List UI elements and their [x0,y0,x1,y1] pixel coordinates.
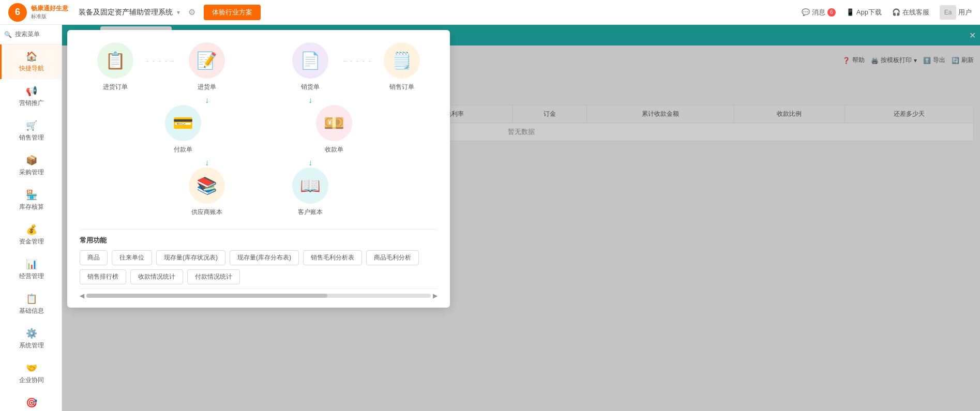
message-label: 消息 [812,8,825,17]
sidebar-item-label: 经营管理 [19,272,44,281]
sidebar-item-label: 销售管理 [19,133,44,142]
down-arrow-purchase: ↓ [176,96,238,105]
beginner-icon: 🎯 [26,397,37,408]
sales-bill-icon: 📄 [300,51,321,70]
receipt-circle[interactable]: 💴 [316,105,352,141]
dropdown-arrow-icon[interactable]: ▾ [177,9,180,16]
func-btn-sales-gross[interactable]: 销售毛利分析表 [303,250,362,265]
sales-order-circle[interactable]: 🗒️ [384,42,420,79]
func-btn-partners[interactable]: 往来单位 [112,250,152,265]
supplier-account-icon: 📚 [197,176,217,195]
headset-icon: 🎧 [892,8,900,16]
online-service-action[interactable]: 🎧 在线客服 [892,8,929,17]
sales-icon: 🛒 [26,120,37,131]
flow-diagram: 📋 进货订单 - - - -→ 📝 进货单 [80,42,438,229]
func-btn-goods-gross[interactable]: 商品毛利分析 [366,250,419,265]
sidebar-item-marketing[interactable]: 📢 营销推广 [0,79,62,114]
sidebar-item-basic-info[interactable]: 📋 基础信息 [0,287,62,322]
modal-box: 📋 进货订单 - - - -→ 📝 进货单 [67,30,450,308]
scrollbar-track[interactable] [86,294,431,298]
logo-icon: 6 [8,3,27,22]
user-action[interactable]: Ea 用户 [940,5,972,20]
func-buttons-row-1: 商品 往来单位 现存量(库存状况表) 现存量(库存分布表) 销售毛利分析表 商品… [80,250,438,265]
sales-bill-label: 销货单 [301,83,320,92]
basic-info-icon: 📋 [26,293,37,305]
down-arrow-payment: ↓ [176,158,238,168]
sidebar-item-inventory[interactable]: 🏪 库存核算 [0,183,62,218]
purchase-bill-icon: 📝 [197,51,217,70]
system-title: 装备及固定资产辅助管理系统 [79,8,173,17]
payment-circle[interactable]: 💳 [165,105,201,141]
arrow-row-2: ↓ ↓ [80,158,438,168]
sales-bill-circle[interactable]: 📄 [292,42,328,79]
flow-row-1: 📋 进货订单 - - - -→ 📝 进货单 [80,42,438,92]
message-icon: 💬 [802,8,810,16]
logo-text: 畅康通好生意 标准版 [31,5,68,20]
func-buttons-row-2: 销售排行榜 收款情况统计 付款情况统计 [80,269,438,284]
sidebar-item-operations[interactable]: 📊 经营管理 [0,252,62,287]
sales-order-icon: 🗒️ [391,51,412,70]
sidebar-item-label: 营销推广 [19,99,44,108]
flow-node-sales-bill[interactable]: 📄 销货单 [279,42,341,92]
flow-node-purchase-order[interactable]: 📋 进货订单 [84,42,146,92]
sidebar-item-enterprise[interactable]: 🤝 企业协同 [0,356,62,391]
search-label: 搜索菜单 [15,30,40,39]
flow-node-payment[interactable]: 💳 付款单 [162,105,204,154]
logo-line1: 畅康通好生意 [31,5,68,13]
sidebar-item-quick-nav[interactable]: 🏠 快捷导航 [0,44,62,79]
system-title-area: 装备及固定资产辅助管理系统 ▾ ⚙ [79,7,195,17]
common-funcs: 常用功能 商品 往来单位 现存量(库存状况表) 现存量(库存分布表) 销售毛利分… [80,229,438,284]
purchase-order-circle[interactable]: 📋 [97,42,133,79]
func-btn-stock-dist[interactable]: 现存量(库存分布表) [230,250,299,265]
func-btn-goods[interactable]: 商品 [80,250,108,265]
customer-account-icon: 📖 [300,176,321,195]
flow-node-customer-account[interactable]: 📖 客户账本 [279,168,341,217]
supplier-account-circle[interactable]: 📚 [189,168,225,204]
phone-icon: 📱 [846,8,854,16]
receipt-label: 收款单 [325,145,343,154]
sidebar-item-purchase[interactable]: 📦 采购管理 [0,148,62,183]
sidebar-item-finance[interactable]: 💰 资金管理 [0,218,62,252]
customer-account-label: 客户账本 [298,208,323,217]
message-badge: 6 [827,8,836,17]
modal-overlay: 📋 进货订单 - - - -→ 📝 进货单 [62,25,980,411]
sidebar-item-sales[interactable]: 🛒 销售管理 [0,114,62,148]
arrow-row: ↓ ↓ [80,96,438,105]
flow-row-3: 📚 供应商账本 📖 客户账本 [80,168,438,217]
app-download-action[interactable]: 📱 App下载 [846,8,882,17]
message-action[interactable]: 💬 消息 6 [802,8,836,17]
supplier-account-label: 供应商账本 [191,208,222,217]
func-btn-sales-rank[interactable]: 销售排行榜 [80,269,126,284]
logo-line2: 标准版 [31,13,68,20]
func-btn-payment-stat[interactable]: 付款情况统计 [187,269,240,284]
sidebar-item-beginner[interactable]: 🎯 新手引导 [0,391,62,411]
inventory-icon: 🏪 [26,189,37,201]
customer-account-circle[interactable]: 📖 [292,168,328,204]
flow-node-sales-order[interactable]: 🗒️ 销售订单 [371,42,433,92]
flow-node-supplier-account[interactable]: 📚 供应商账本 [176,168,238,217]
sidebar-item-label: 采购管理 [19,168,44,177]
sys-icon: ⚙️ [26,328,37,339]
logo-area: 6 畅康通好生意 标准版 [8,3,70,22]
app-download-label: App下载 [856,8,882,17]
flow-node-receipt[interactable]: 💴 收款单 [314,105,355,154]
marketing-icon: 📢 [26,85,37,97]
home-icon: 🏠 [26,51,37,62]
trial-button[interactable]: 体验行业方案 [204,5,261,20]
scroll-left-arrow[interactable]: ◀ [80,292,84,299]
sidebar-item-sys-mgmt[interactable]: ⚙️ 系统管理 [0,322,62,356]
func-btn-receipt-stat[interactable]: 收款情况统计 [130,269,183,284]
sidebar-search[interactable]: 🔍 搜索菜单 [0,25,62,44]
scrollbar-thumb [86,294,327,298]
flow-node-purchase-bill[interactable]: 📝 进货单 [176,42,238,92]
scroll-right-arrow[interactable]: ▶ [433,292,438,299]
payment-icon: 💳 [173,113,193,133]
top-header: 6 畅康通好生意 标准版 装备及固定资产辅助管理系统 ▾ ⚙ 体验行业方案 💬 … [0,0,980,25]
func-btn-stock-status[interactable]: 现存量(库存状况表) [156,250,225,265]
purchase-bill-circle[interactable]: 📝 [189,42,225,79]
sidebar-item-label: 库存核算 [19,203,44,211]
purchase-icon: 📦 [26,155,37,166]
header-right: 💬 消息 6 📱 App下载 🎧 在线客服 Ea 用户 [802,5,972,20]
sidebar-item-label: 基础信息 [19,307,44,315]
settings-icon[interactable]: ⚙ [188,7,195,17]
